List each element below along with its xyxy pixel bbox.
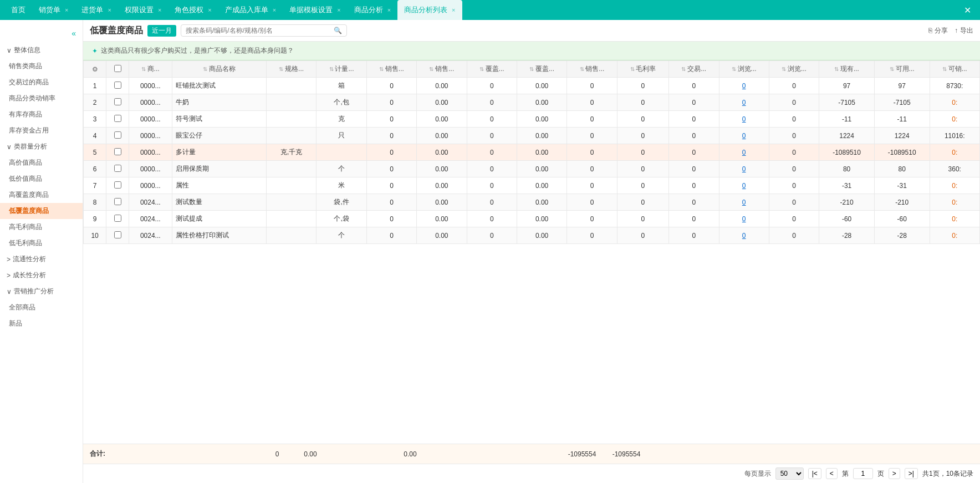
col-sales-qty[interactable]: 销售... <box>366 61 416 78</box>
row-checkbox[interactable] <box>106 194 129 211</box>
browse-link[interactable]: 0 <box>742 215 746 223</box>
col-unit[interactable]: 计量... <box>317 61 366 78</box>
select-all-checkbox[interactable] <box>114 65 121 72</box>
browse-link[interactable]: 0 <box>742 115 746 123</box>
row-browse1[interactable]: 0 <box>719 194 769 211</box>
sidebar-collapse-button[interactable]: « <box>69 27 78 40</box>
col-spec[interactable]: 规格... <box>267 61 317 78</box>
nav-product-analysis-list[interactable]: 商品分析列表 × <box>397 0 462 20</box>
browse-link[interactable]: 0 <box>742 199 746 206</box>
sidebar-item-high-value[interactable]: 高价值商品 <box>0 155 83 171</box>
sidebar-item-low-value[interactable]: 低价值商品 <box>0 171 83 187</box>
nav-sales-order[interactable]: 销货单 × <box>32 0 75 20</box>
table-row: 8 0024... 测试数量 袋,件 0 0.00 0 0.00 0 0 0 0… <box>84 194 980 211</box>
browse-link[interactable]: 0 <box>742 132 746 140</box>
row-checkbox[interactable] <box>106 161 129 177</box>
row-browse1[interactable]: 0 <box>719 78 769 94</box>
col-current-stock[interactable]: 现有... <box>819 61 875 78</box>
col-sales-amt[interactable]: 销售... <box>417 61 467 78</box>
row-browse1[interactable]: 0 <box>719 177 769 194</box>
col-cover2[interactable]: 覆盖... <box>517 61 566 78</box>
sidebar-item-low-coverage[interactable]: 低覆盖度商品 <box>0 203 83 219</box>
nav-close-icon[interactable]: × <box>387 0 391 20</box>
share-button[interactable]: ⎘ 分享 <box>928 26 948 35</box>
row-browse1[interactable]: 0 <box>719 227 769 244</box>
browse-link[interactable]: 0 <box>742 149 746 156</box>
nav-close-icon[interactable]: × <box>108 0 111 20</box>
nav-product-warehouse[interactable]: 产成品入库单 × <box>218 0 283 20</box>
row-checkbox[interactable] <box>106 111 129 128</box>
nav-close-icon[interactable]: × <box>337 0 340 20</box>
row-checkbox[interactable] <box>106 211 129 227</box>
browse-link[interactable]: 0 <box>742 182 746 190</box>
nav-permissions[interactable]: 权限设置 × <box>118 0 168 20</box>
sidebar-section-overview[interactable]: ∨ 整体信息 <box>0 42 83 58</box>
sidebar-section-growth[interactable]: > 成长性分析 <box>0 267 83 283</box>
sidebar-item-stock-capital[interactable]: 库存资金占用 <box>0 123 83 139</box>
export-button[interactable]: ↑ 导出 <box>955 26 973 35</box>
next-page-button[interactable]: > <box>889 468 900 479</box>
search-icon[interactable]: 🔍 <box>334 27 342 34</box>
sidebar-item-all-products[interactable]: 全部商品 <box>0 299 83 316</box>
prev-page-button[interactable]: < <box>826 468 838 479</box>
browse-link[interactable]: 0 <box>742 165 746 173</box>
sidebar-item-traded-products[interactable]: 交易过的商品 <box>0 74 83 90</box>
sidebar-item-sales-products[interactable]: 销售类商品 <box>0 58 83 74</box>
search-input[interactable] <box>186 27 331 34</box>
col-saleable[interactable]: 可销... <box>930 61 979 78</box>
col-browse2[interactable]: 浏览... <box>769 61 819 78</box>
row-browse1[interactable]: 0 <box>719 111 769 128</box>
sidebar-section-cluster[interactable]: ∨ 类群量分析 <box>0 139 83 155</box>
nav-product-analysis[interactable]: 商品分析 × <box>348 0 397 20</box>
last-page-button[interactable]: >| <box>905 468 918 479</box>
browse-link[interactable]: 0 <box>742 99 746 106</box>
row-checkbox[interactable] <box>106 94 129 111</box>
col-gross-rate[interactable]: 毛利率 <box>617 61 668 78</box>
first-page-button[interactable]: |< <box>808 468 821 479</box>
nav-close-icon[interactable]: × <box>65 0 68 20</box>
sidebar-item-high-profit[interactable]: 高毛利商品 <box>0 219 83 235</box>
row-browse1[interactable]: 0 <box>719 128 769 144</box>
page-size-select[interactable]: 50 20 100 <box>775 467 804 480</box>
row-browse2: 0 <box>769 194 819 211</box>
col-available[interactable]: 可用... <box>874 61 930 78</box>
col-code[interactable]: 商... <box>129 61 172 78</box>
row-browse1[interactable]: 0 <box>719 161 769 177</box>
window-close-button[interactable]: ✕ <box>959 5 976 16</box>
browse-link[interactable]: 0 <box>742 232 746 240</box>
time-filter-button[interactable]: 近一月 <box>147 25 176 37</box>
sidebar-item-stock-products[interactable]: 有库存商品 <box>0 106 83 123</box>
page-number-input[interactable] <box>853 468 873 479</box>
table-footer: 合计: 0 0.00 0.00 -1095554 -1095554 <box>83 444 980 464</box>
nav-purchase-order[interactable]: 进货单 × <box>75 0 118 20</box>
row-checkbox[interactable] <box>106 227 129 244</box>
row-checkbox[interactable] <box>106 177 129 194</box>
nav-close-icon[interactable]: × <box>273 0 276 20</box>
col-cover1[interactable]: 覆盖... <box>467 61 517 78</box>
col-trade[interactable]: 交易... <box>669 61 719 78</box>
browse-link[interactable]: 0 <box>742 82 746 90</box>
nav-home[interactable]: 首页 <box>4 0 32 20</box>
row-browse1[interactable]: 0 <box>719 211 769 227</box>
row-browse1[interactable]: 0 <box>719 144 769 161</box>
nav-close-icon[interactable]: × <box>452 0 455 20</box>
col-browse1[interactable]: 浏览... <box>719 61 769 78</box>
nav-role-auth[interactable]: 角色授权 × <box>168 0 218 20</box>
col-settings[interactable]: ⚙ <box>84 61 106 78</box>
row-checkbox[interactable] <box>106 128 129 144</box>
row-browse1[interactable]: 0 <box>719 94 769 111</box>
sidebar-item-low-profit[interactable]: 低毛利商品 <box>0 235 83 251</box>
sidebar-section-circulation[interactable]: > 流通性分析 <box>0 251 83 267</box>
sidebar-item-category-sales-rate[interactable]: 商品分类动销率 <box>0 90 83 106</box>
sidebar-item-high-coverage[interactable]: 高覆盖度商品 <box>0 187 83 203</box>
row-gross-rate: 0 <box>617 177 668 194</box>
nav-close-icon[interactable]: × <box>208 0 211 20</box>
sidebar-section-marketing[interactable]: ∨ 营销推广分析 <box>0 283 83 299</box>
nav-template-settings[interactable]: 单据模板设置 × <box>283 0 347 20</box>
col-name[interactable]: 商品名称 <box>172 61 266 78</box>
row-checkbox[interactable] <box>106 144 129 161</box>
nav-close-icon[interactable]: × <box>158 0 161 20</box>
row-checkbox[interactable] <box>106 78 129 94</box>
sidebar-item-new-products[interactable]: 新品 <box>0 316 83 332</box>
col-sales3[interactable]: 销售... <box>567 61 617 78</box>
